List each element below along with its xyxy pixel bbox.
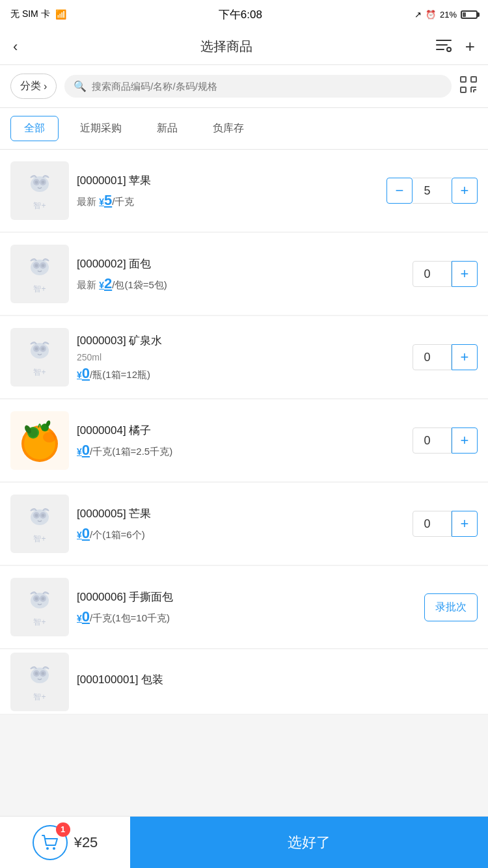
svg-point-25 (42, 347, 45, 351)
quantity-input-0000005[interactable] (413, 511, 452, 537)
svg-point-44 (31, 668, 49, 683)
product-info-0000001: [0000001] 苹果 最新 ¥5/千克 (69, 173, 386, 209)
product-item-000100001: 智+ [000100001] 包装 (0, 649, 488, 714)
status-time: 下午6:08 (219, 7, 262, 22)
confirm-button[interactable]: 选好了 (130, 817, 488, 869)
price-label: 最新 (77, 196, 99, 207)
cart-total: ¥25 (74, 834, 98, 851)
product-info-0000004: [0000004] 橘子 ¥0/千克(1箱=2.5千克) (69, 423, 413, 459)
product-name-0000001: [0000001] 苹果 (77, 173, 379, 188)
svg-rect-5 (471, 77, 476, 82)
product-thumb-0000004 (10, 411, 69, 470)
tab-new[interactable]: 新品 (143, 116, 191, 141)
battery-icon (461, 10, 478, 19)
tab-bar: 全部 近期采购 新品 负库存 (0, 108, 488, 150)
bottom-bar: 1 ¥25 选好了 (0, 816, 488, 868)
product-item-0000003: 智+ [0000003] 矿泉水 250ml ¥0/瓶(1箱=12瓶) + (0, 316, 488, 399)
cart-icon-wrap: 1 (33, 825, 68, 860)
placeholder-owl-icon (27, 503, 53, 531)
filter-icon[interactable] (435, 38, 452, 56)
product-name-0000003: [0000003] 矿泉水 (77, 333, 405, 348)
product-name-0000002: [0000002] 面包 (77, 256, 405, 271)
quantity-control-0000001: − + (386, 178, 478, 204)
quantity-control-0000004: + (413, 427, 478, 454)
product-thumb-0000006: 智+ (10, 578, 69, 636)
product-spec-0000003: 250ml (77, 352, 405, 362)
svg-point-3 (447, 47, 451, 51)
product-info-000100001: [000100001] 包装 (69, 672, 478, 691)
svg-point-34 (31, 509, 49, 525)
quantity-input-0000004[interactable] (413, 427, 452, 454)
svg-point-21 (31, 343, 49, 359)
product-info-0000002: [0000002] 面包 最新 ¥2/包(1袋=5包) (69, 256, 413, 292)
placeholder-owl-icon (27, 170, 53, 198)
svg-point-11 (31, 176, 49, 192)
page-title: 选择商品 (200, 38, 252, 55)
orange-image (10, 411, 69, 470)
svg-point-37 (35, 514, 38, 517)
product-price-0000003: ¥0/瓶(1箱=12瓶) (77, 365, 405, 382)
svg-point-49 (46, 847, 49, 850)
product-price-0000004: ¥0/千克(1箱=2.5千克) (77, 442, 405, 459)
add-button[interactable]: + (465, 36, 475, 57)
quantity-input-0000001[interactable] (413, 178, 452, 204)
scan-icon[interactable] (459, 75, 478, 98)
quantity-increase-0000005[interactable]: + (452, 511, 478, 537)
record-batch-button-0000006[interactable]: 录批次 (424, 593, 478, 621)
svg-point-14 (35, 181, 38, 184)
product-item-0000001: 智+ [0000001] 苹果 最新 ¥5/千克 − + (0, 150, 488, 232)
category-label: 分类 (20, 79, 41, 93)
product-thumb-000100001: 智+ (10, 653, 69, 711)
quantity-control-0000005: + (413, 511, 478, 537)
quantity-input-0000002[interactable] (413, 261, 452, 287)
category-button[interactable]: 分类 › (10, 74, 57, 99)
product-item-0000006: 智+ [0000006] 手撕面包 ¥0/千克(1包=10千克) 录批次 (0, 566, 488, 649)
svg-point-16 (31, 260, 49, 275)
product-info-0000006: [0000006] 手撕面包 ¥0/千克(1包=10千克) (69, 590, 424, 625)
status-left: 无 SIM 卡 📶 (10, 8, 66, 20)
tab-negative[interactable]: 负库存 (199, 116, 258, 141)
product-info-0000005: [0000005] 芒果 ¥0/个(1箱=6个) (69, 506, 413, 542)
back-button[interactable]: ‹ (13, 38, 18, 55)
placeholder-owl-icon (27, 586, 53, 614)
svg-point-24 (35, 347, 38, 351)
tab-all[interactable]: 全部 (10, 116, 59, 141)
svg-point-19 (35, 264, 38, 267)
price-unit: /千克(1包=10千克) (90, 612, 170, 623)
price-unit: /瓶(1箱=12瓶) (90, 369, 150, 380)
svg-point-48 (42, 671, 45, 675)
product-thumb-0000003: 智+ (10, 328, 69, 387)
quantity-increase-0000003[interactable]: + (452, 344, 478, 370)
quantity-control-0000002: + (413, 261, 478, 287)
quantity-increase-0000004[interactable]: + (452, 427, 478, 454)
location-icon: ↗ (414, 10, 422, 20)
svg-point-42 (35, 597, 38, 601)
price-unit: /千克 (112, 196, 134, 207)
price-label: 最新 (77, 279, 99, 290)
thumb-label: 智+ (33, 617, 46, 628)
search-input[interactable] (92, 81, 442, 92)
product-info-0000003: [0000003] 矿泉水 250ml ¥0/瓶(1箱=12瓶) (69, 333, 413, 382)
wifi-icon: 📶 (55, 9, 66, 20)
svg-point-15 (42, 181, 45, 184)
quantity-increase-0000002[interactable]: + (452, 261, 478, 287)
product-name-0000005: [0000005] 芒果 (77, 506, 405, 521)
nav-actions: + (435, 36, 475, 57)
quantity-decrease-0000001[interactable]: − (386, 178, 413, 204)
status-bar: 无 SIM 卡 📶 下午6:08 ↗ ⏰ 21% (0, 0, 488, 29)
search-box: 🔍 (64, 75, 452, 98)
thumb-label: 智+ (33, 534, 46, 545)
product-item-0000004: [0000004] 橘子 ¥0/千克(1箱=2.5千克) + (0, 400, 488, 482)
quantity-control-0000003: + (413, 344, 478, 370)
price-unit: /个(1箱=6个) (90, 529, 145, 540)
product-thumb-0000002: 智+ (10, 245, 69, 303)
category-chevron-icon: › (44, 81, 47, 92)
svg-point-43 (42, 597, 45, 601)
tab-recent[interactable]: 近期采购 (66, 116, 135, 141)
product-price-0000001: 最新 ¥5/千克 (77, 192, 379, 209)
quantity-input-0000003[interactable] (413, 344, 452, 370)
quantity-increase-0000001[interactable]: + (452, 178, 478, 204)
cart-badge: 1 (56, 822, 70, 837)
thumb-label: 智+ (33, 367, 46, 378)
price-unit: /千克(1箱=2.5千克) (90, 446, 172, 457)
